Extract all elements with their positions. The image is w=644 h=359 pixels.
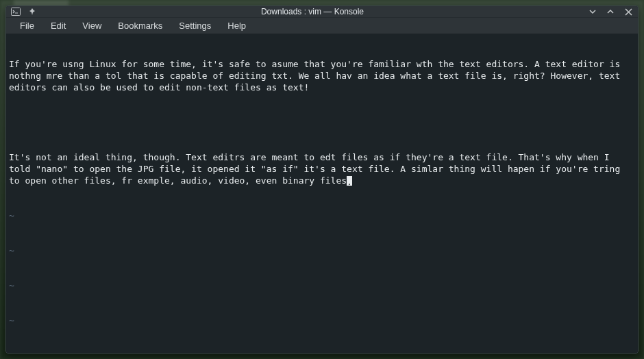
vim-tilde: ~ [9,245,635,256]
terminal-content[interactable]: If you're usng Linux for some time, it's… [6,34,638,354]
vim-tilde: ~ [9,349,635,354]
text-paragraph-1: If you're usng Linux for some time, it's… [9,58,635,93]
titlebar-controls [587,6,634,17]
menu-bookmarks[interactable]: Bookmarks [110,18,171,34]
vim-tilde: ~ [9,210,635,221]
text-paragraph-2: It's not an ideal thing, though. Text ed… [9,151,635,186]
window-title: Downloads : vim — Konsole [38,7,587,16]
menu-file[interactable]: File [12,18,42,34]
menu-settings[interactable]: Settings [171,18,219,34]
vim-tilde: ~ [9,280,635,291]
minimize-button[interactable] [587,6,598,17]
close-button[interactable] [623,6,634,17]
menu-help[interactable]: Help [219,18,254,34]
pin-icon[interactable] [27,6,38,17]
svg-rect-0 [12,8,21,16]
menu-view[interactable]: View [74,18,110,34]
konsole-window: Downloads : vim — Konsole File Edit View… [5,5,639,354]
vim-tilde: ~ [9,314,635,326]
blank-line [9,116,635,128]
maximize-button[interactable] [605,6,616,17]
terminal-icon [10,6,21,17]
menubar: File Edit View Bookmarks Settings Help [6,17,638,34]
menu-edit[interactable]: Edit [42,18,74,34]
titlebar[interactable]: Downloads : vim — Konsole [6,6,638,17]
titlebar-left [10,6,38,17]
cursor: . [347,176,352,186]
